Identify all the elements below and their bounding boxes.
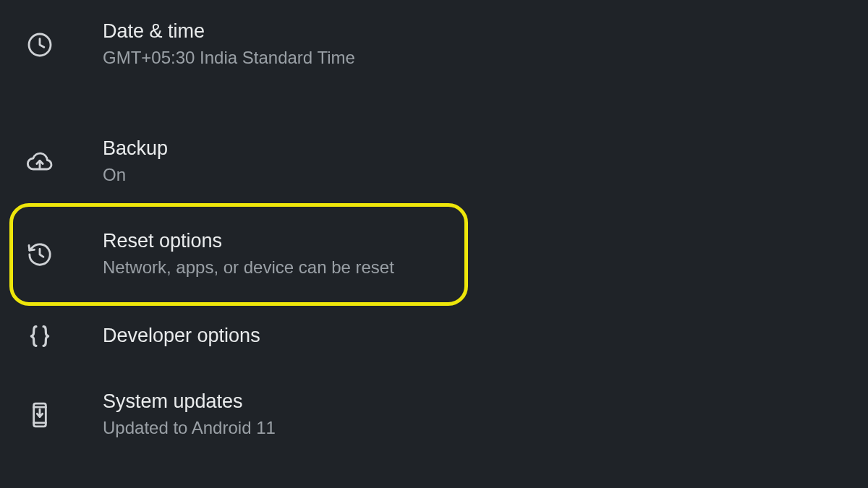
reset-options-item[interactable]: Reset options Network, apps, or device c… bbox=[13, 207, 464, 302]
system-updates-title: System updates bbox=[103, 389, 276, 414]
system-updates-text: System updates Updated to Android 11 bbox=[103, 389, 276, 441]
date-time-item[interactable]: Date & time GMT+05:30 India Standard Tim… bbox=[0, 0, 868, 90]
backup-subtitle: On bbox=[103, 163, 168, 188]
phone-download-icon bbox=[25, 400, 55, 430]
date-time-title: Date & time bbox=[103, 19, 355, 44]
developer-options-item[interactable]: Developer options bbox=[0, 302, 868, 370]
backup-item[interactable]: Backup On bbox=[0, 117, 868, 207]
reset-options-subtitle: Network, apps, or device can be reset bbox=[103, 255, 394, 281]
developer-options-title: Developer options bbox=[103, 323, 260, 348]
settings-list: Date & time GMT+05:30 India Standard Tim… bbox=[0, 0, 868, 460]
developer-options-text: Developer options bbox=[103, 323, 260, 348]
history-icon bbox=[25, 239, 55, 270]
spacer bbox=[0, 90, 868, 117]
date-time-text: Date & time GMT+05:30 India Standard Tim… bbox=[103, 19, 355, 71]
braces-icon bbox=[25, 321, 55, 351]
clock-icon bbox=[25, 30, 55, 60]
date-time-subtitle: GMT+05:30 India Standard Time bbox=[103, 46, 355, 71]
backup-text: Backup On bbox=[103, 136, 168, 188]
reset-options-title: Reset options bbox=[103, 228, 394, 254]
system-updates-item[interactable]: System updates Updated to Android 11 bbox=[0, 370, 868, 460]
system-updates-subtitle: Updated to Android 11 bbox=[103, 416, 276, 441]
cloud-upload-icon bbox=[25, 147, 55, 177]
reset-options-text: Reset options Network, apps, or device c… bbox=[103, 228, 394, 281]
backup-title: Backup bbox=[103, 136, 168, 161]
